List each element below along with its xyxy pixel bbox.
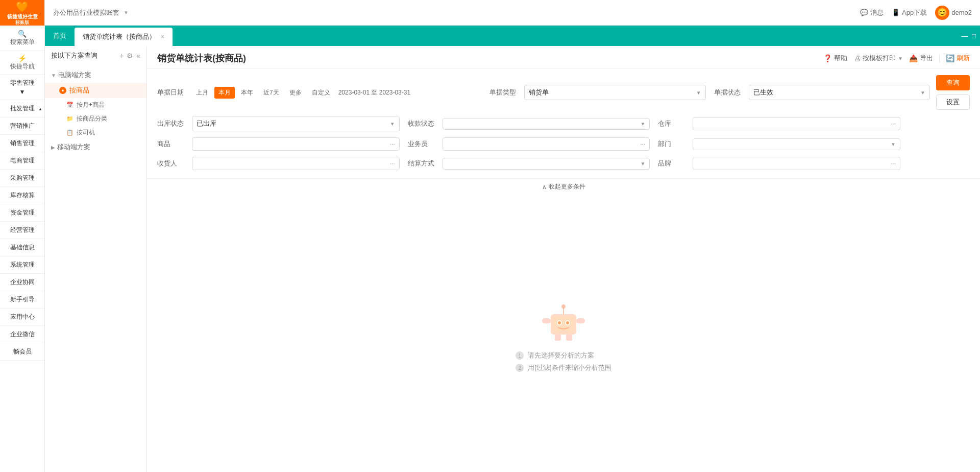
help-icon: ❓	[823, 54, 832, 62]
date-tab-current-year[interactable]: 本年	[237, 87, 257, 99]
field-recipient: 收货人 ···	[157, 157, 400, 170]
app-download-btn[interactable]: 📱 App下载	[892, 8, 927, 17]
sidebar-item-system[interactable]: 系统管理	[0, 256, 44, 274]
date-tab-current-month[interactable]: 本月	[214, 87, 235, 99]
print-icon: 🖨	[853, 54, 861, 62]
sidebar-item-member[interactable]: 畅会员	[0, 343, 44, 361]
sidebar-search[interactable]: 🔍 搜索菜单	[0, 26, 44, 51]
ecommerce-label: 电商管理	[10, 156, 35, 165]
field-settlement: 结算方式 ▼	[408, 158, 650, 170]
sidebar-item-sales[interactable]: 销售管理	[0, 135, 44, 152]
page-content: 按以下方案查询 + ⚙ « ▼ 电脑端方案 ● 按商品	[45, 46, 980, 472]
sales-label: 销售管理	[10, 139, 35, 148]
logo-icon: 🧡	[16, 1, 29, 13]
date-tab-7days[interactable]: 近7天	[259, 87, 283, 99]
warehouse-dots: ···	[891, 120, 896, 127]
payment-status-input[interactable]: ▼	[443, 118, 650, 130]
settings-scheme-btn[interactable]: ⚙	[127, 52, 133, 60]
sidebar-item-finance[interactable]: 资金管理	[0, 204, 44, 222]
print-arrow: ▼	[898, 56, 903, 61]
empty-svg	[533, 294, 594, 345]
salesperson-input[interactable]: ···	[443, 137, 650, 151]
guide-label: 新手引导	[10, 295, 35, 304]
sidebar-item-guide[interactable]: 新手引导	[0, 291, 44, 309]
empty-state: 1 请先选择要分析的方案 2 用[过滤]条件来缩小分析范围	[147, 194, 980, 472]
empty-text: 1 请先选择要分析的方案 2 用[过滤]条件来缩小分析范围	[516, 351, 611, 372]
dept-input[interactable]: ▼	[693, 138, 900, 150]
sidebar-item-retail[interactable]: 零售管理	[0, 75, 44, 100]
print-label: 按模板打印	[863, 54, 896, 63]
filter-row-3: 商品 ··· 业务员 ··· 部门	[157, 137, 970, 151]
collapse-bar[interactable]: ∧ 收起更多条件	[147, 179, 980, 194]
field-brand: 品牌 ···	[658, 157, 900, 170]
settlement-input[interactable]: ▼	[443, 158, 650, 170]
svg-rect-9	[566, 335, 572, 341]
field-warehouse: 仓库 ···	[658, 117, 900, 130]
topbar-dropdown-arrow[interactable]: ▼	[124, 10, 129, 15]
stock-status-value: 已出库	[197, 119, 216, 128]
add-scheme-btn[interactable]: +	[119, 52, 124, 60]
date-tab-more[interactable]: 更多	[285, 87, 306, 99]
field-dept: 部门 ▼	[658, 138, 900, 150]
sidebar-item-marketing[interactable]: 营销推广	[0, 117, 44, 135]
sidebar-nav-shortcut[interactable]: ⚡ 快捷导航	[0, 51, 44, 75]
product-label: 商品	[157, 139, 188, 149]
doc-status-arrow: ▼	[920, 90, 925, 96]
sidebar-item-wechat[interactable]: 企业微信	[0, 326, 44, 343]
sidebar-item-basic[interactable]: 基础信息	[0, 239, 44, 256]
query-button[interactable]: 查询	[936, 75, 970, 90]
sidebar-item-operations[interactable]: 经营管理	[0, 222, 44, 239]
filter-row-4: 收货人 ··· 结算方式 ▼ 品牌	[157, 157, 970, 170]
tab-home[interactable]: 首页	[45, 26, 75, 46]
sidebar-item-appstore[interactable]: 应用中心	[0, 309, 44, 326]
home-tab-label: 首页	[53, 31, 66, 40]
payment-status-arrow: ▼	[640, 121, 645, 127]
filter-row-1: 单据日期 上月 本月 本年 近7天 更多 自定义 2023-03-01 至 20…	[157, 75, 970, 110]
divider	[939, 54, 940, 62]
tab-close-icon[interactable]: ×	[161, 33, 164, 40]
tree-mobile-arrow: ▶	[51, 145, 55, 150]
basic-label: 基础信息	[10, 243, 35, 252]
user-profile-btn[interactable]: 😊 demo2	[935, 6, 972, 20]
sidebar-item-wholesale[interactable]: 批发管理	[0, 100, 44, 117]
topbar-left: 办公用品行业模拟账套 ▼	[53, 8, 129, 17]
print-btn[interactable]: 🖨 按模板打印 ▼	[853, 54, 903, 63]
filter-panel-icons: + ⚙ «	[119, 52, 140, 60]
logo-text: 畅捷通好生意	[7, 14, 38, 20]
tab-sales-report[interactable]: 销货单统计表（按商品） ×	[75, 28, 173, 46]
collapse-label: 收起更多条件	[549, 182, 585, 191]
tree-item-by-driver[interactable]: 📋 按司机	[45, 126, 146, 139]
sidebar-item-purchase[interactable]: 采购管理	[0, 170, 44, 187]
messages-label: 消息	[870, 8, 884, 17]
stock-status-input[interactable]: 已出库 ▼	[192, 116, 400, 131]
tree-item-by-category[interactable]: 📁 按商品分类	[45, 112, 146, 126]
help-btn[interactable]: ❓ 帮助	[823, 54, 847, 63]
page-header: 销货单统计表(按商品) ❓ 帮助 🖨 按模板打印 ▼ 📤 导出	[147, 46, 980, 69]
date-tab-custom[interactable]: 自定义	[308, 87, 334, 99]
doc-type-input[interactable]: 销货单 ▼	[524, 85, 705, 100]
brand-input[interactable]: ···	[693, 157, 900, 170]
setup-button[interactable]: 设置	[936, 95, 970, 110]
tree-mobile-header[interactable]: ▶ 移动端方案	[45, 139, 146, 155]
sidebar-item-ecommerce[interactable]: 电商管理	[0, 152, 44, 170]
sidebar-item-enterprise[interactable]: 企业协同	[0, 274, 44, 291]
refresh-btn[interactable]: 🔄 刷新	[946, 54, 970, 63]
sidebar-item-inventory[interactable]: 库存核算	[0, 187, 44, 204]
messages-btn[interactable]: 💬 消息	[860, 8, 884, 17]
active-tab-label: 销货单统计表（按商品）	[83, 32, 156, 41]
field-doc-type: 单据类型 销货单 ▼	[489, 85, 705, 100]
tree-item-by-month-product[interactable]: 📅 按月+商品	[45, 98, 146, 112]
maximize-btn[interactable]: □	[972, 32, 976, 40]
export-btn[interactable]: 📤 导出	[909, 54, 933, 63]
tree-item-by-product[interactable]: ● 按商品	[45, 83, 146, 98]
tree-section-mobile: ▶ 移动端方案	[45, 139, 146, 155]
tree-pc-header[interactable]: ▼ 电脑端方案	[45, 67, 146, 83]
recipient-input[interactable]: ···	[192, 157, 400, 170]
warehouse-input[interactable]: ···	[693, 117, 900, 130]
field-product: 商品 ···	[157, 137, 400, 151]
doc-status-input[interactable]: 已生效 ▼	[749, 85, 930, 100]
product-input[interactable]: ···	[192, 137, 400, 151]
minimize-btn[interactable]: —	[961, 32, 968, 40]
date-tab-last-month[interactable]: 上月	[192, 87, 212, 99]
collapse-scheme-btn[interactable]: «	[136, 52, 140, 60]
